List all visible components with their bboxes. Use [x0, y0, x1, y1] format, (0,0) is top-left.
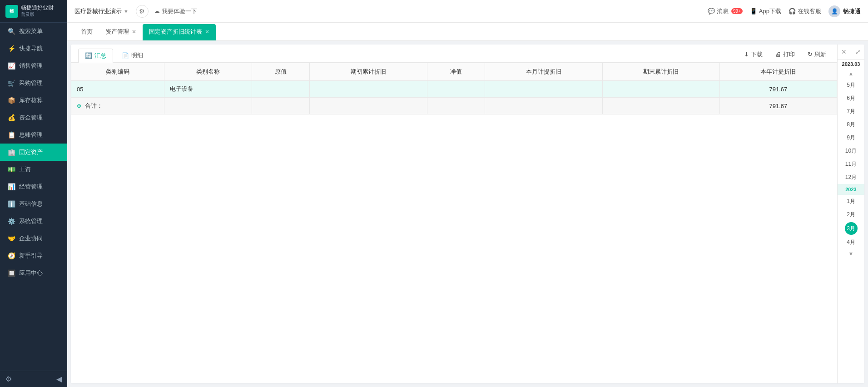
tab-close-fixed-depreciation[interactable]: ✕ [205, 29, 209, 35]
total-original [252, 98, 310, 114]
user-icon: 👤 [831, 8, 838, 15]
app-download-button[interactable]: 📱 App下载 [750, 7, 781, 15]
avatar: 👤 [828, 5, 840, 17]
total-end-dep [602, 98, 719, 114]
sidebar-item-system[interactable]: ⚙️ 系统管理 [0, 213, 67, 230]
company-arrow-icon: ▼ [124, 9, 129, 14]
month-11[interactable]: 11月 [838, 158, 864, 171]
table-wrapper: 类别编码 类别名称 原值 期初累计折旧 净值 本月计提折旧 期末累计折旧 本年计… [71, 63, 837, 383]
sidebar-item-fixed-assets[interactable]: 🏢 固定资产 [0, 144, 67, 161]
month-10[interactable]: 10月 [838, 144, 864, 158]
sidebar-item-quick-nav[interactable]: ⚡ 快捷导航 [0, 40, 67, 57]
col-original: 原值 [252, 63, 310, 81]
detail-icon: 📄 [122, 52, 129, 59]
sidebar-collapse-icon[interactable]: ◀ [56, 375, 62, 383]
sidebar-item-purchase[interactable]: 🛒 采购管理 [0, 74, 67, 92]
company-selector[interactable]: 医疗器械行业演示 ▼ [74, 7, 129, 15]
month-2023-4[interactable]: 4月 [838, 236, 864, 249]
sidebar-item-guide[interactable]: 🧭 新手引导 [0, 247, 67, 264]
system-icon: ⚙️ [7, 217, 15, 225]
month-scroll-down[interactable]: ▼ [838, 249, 864, 259]
sidebar-item-ledger[interactable]: 📋 总账管理 [0, 126, 67, 144]
funds-icon: 💰 [7, 114, 15, 122]
download-button[interactable]: ⬇ 下载 [740, 49, 766, 60]
sales-icon: 📈 [7, 62, 15, 70]
date-panel-expand-icon[interactable]: ⤢ [854, 47, 862, 56]
tab-home[interactable]: 首页 [74, 24, 99, 40]
message-button[interactable]: 💬 消息 99+ [708, 7, 743, 15]
tab-close-asset-mgmt[interactable]: ✕ [132, 29, 136, 35]
logo-icon: 畅 [5, 5, 18, 18]
sidebar-logo: 畅 畅捷通好业财 普及版 [0, 0, 67, 23]
month-2023-1[interactable]: 1月 [838, 195, 864, 208]
month-12[interactable]: 12月 [838, 171, 864, 184]
app-icon: 🔲 [7, 269, 15, 277]
user-profile[interactable]: 👤 畅捷通 [828, 5, 861, 17]
sidebar-item-payroll[interactable]: 💵 工资 [0, 161, 67, 178]
month-2023-3[interactable]: 3月 [845, 222, 858, 235]
sidebar-item-search[interactable]: 🔍 搜索菜单 [0, 23, 67, 40]
settings-button[interactable]: ⚙ [136, 5, 149, 18]
operations-icon: 📊 [7, 183, 15, 191]
col-end-dep: 期末累计折旧 [602, 63, 719, 81]
customer-service-button[interactable]: 🎧 在线客服 [789, 7, 821, 15]
col-monthly-dep: 本月计提折旧 [485, 63, 602, 81]
date-panel-title: 2023.03 [838, 60, 864, 69]
cell-monthly-dep [485, 81, 602, 98]
tab-fixed-depreciation[interactable]: 固定资产折旧统计表 ✕ [143, 24, 216, 40]
refresh-icon: ↻ [808, 51, 813, 58]
total-label-cell: ⊕ 合计： [71, 98, 164, 114]
cell-net [427, 81, 485, 98]
lightning-icon: ⚡ [7, 45, 15, 53]
month-8[interactable]: 8月 [838, 118, 864, 131]
table-row: 05 电子设备 791.67 [71, 81, 837, 98]
gear-icon: ⚙ [139, 8, 145, 15]
tab-bar: 首页 资产管理 ✕ 固定资产折旧统计表 ✕ [67, 23, 868, 41]
main-area: 医疗器械行业演示 ▼ ⚙ ☁ 我要体验一下 💬 消息 99+ 📱 App下载 🎧… [67, 0, 868, 387]
cell-original [252, 81, 310, 98]
notification-badge: 99+ [731, 8, 743, 14]
sidebar-item-inventory[interactable]: 📦 库存核算 [0, 92, 67, 109]
content-main: 🔄 汇总 📄 明细 ⬇ 下载 🖨 打印 [71, 45, 837, 383]
print-button[interactable]: 🖨 打印 [772, 49, 799, 60]
sidebar-footer: ⚙ ◀ [0, 371, 67, 387]
date-panel-close-icon[interactable]: ✕ [840, 47, 848, 56]
subtab-bar: 🔄 汇总 📄 明细 ⬇ 下载 🖨 打印 [71, 45, 837, 63]
table-header-row: 类别编码 类别名称 原值 期初累计折旧 净值 本月计提折旧 期末累计折旧 本年计… [71, 63, 837, 81]
sidebar-item-funds[interactable]: 💰 资金管理 [0, 109, 67, 126]
topbar: 医疗器械行业演示 ▼ ⚙ ☁ 我要体验一下 💬 消息 99+ 📱 App下载 🎧… [67, 0, 868, 23]
inventory-icon: 📦 [7, 96, 15, 104]
sidebar-item-enterprise[interactable]: 🤝 企业协同 [0, 230, 67, 247]
cell-yearly-dep: 791.67 [719, 81, 837, 98]
month-5[interactable]: 5月 [838, 79, 864, 92]
col-code: 类别编码 [71, 63, 164, 81]
enterprise-icon: 🤝 [7, 234, 15, 243]
col-name: 类别名称 [164, 63, 252, 81]
sidebar-item-operations[interactable]: 📊 经营管理 [0, 178, 67, 195]
cell-end-dep [602, 81, 719, 98]
refresh-button[interactable]: ↻ 刷新 [804, 49, 830, 60]
sidebar-item-basic-info[interactable]: ℹ️ 基础信息 [0, 195, 67, 213]
sidebar-item-sales[interactable]: 📈 销售管理 [0, 57, 67, 74]
footer-settings-icon[interactable]: ⚙ [5, 375, 12, 383]
total-icon: ⊕ [77, 103, 81, 109]
sidebar-item-app-center[interactable]: 🔲 应用中心 [0, 264, 67, 282]
content-area: 🔄 汇总 📄 明细 ⬇ 下载 🖨 打印 [71, 45, 864, 383]
subtab-detail[interactable]: 📄 明细 [115, 48, 150, 62]
content-toolbar: ⬇ 下载 🖨 打印 ↻ 刷新 [740, 49, 830, 60]
cell-name: 电子设备 [164, 81, 252, 98]
month-scroll-up[interactable]: ▲ [838, 69, 864, 79]
month-9[interactable]: 9月 [838, 131, 864, 144]
building-icon: 🏢 [7, 148, 15, 156]
date-panel: ✕ ⤢ 2023.03 ▲ 5月 6月 7月 8月 9月 10月 11月 12月… [837, 45, 864, 383]
col-initial-dep: 期初累计折旧 [310, 63, 427, 81]
experience-button[interactable]: ☁ 我要体验一下 [154, 7, 197, 15]
month-6[interactable]: 6月 [838, 92, 864, 105]
month-7[interactable]: 7月 [838, 105, 864, 118]
payroll-icon: 💵 [7, 165, 15, 174]
sidebar-nav: 🔍 搜索菜单 ⚡ 快捷导航 📈 销售管理 🛒 采购管理 📦 库存核算 💰 资金管… [0, 23, 67, 371]
month-2023-2[interactable]: 2月 [838, 208, 864, 221]
tab-asset-mgmt[interactable]: 资产管理 ✕ [99, 24, 143, 40]
cell-initial-dep [310, 81, 427, 98]
subtab-summary[interactable]: 🔄 汇总 [78, 49, 113, 63]
